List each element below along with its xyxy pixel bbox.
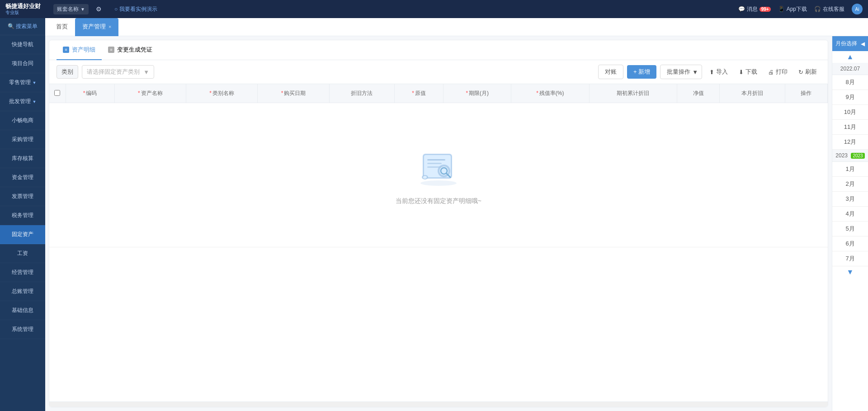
month-item-jan[interactable]: 1月 <box>832 162 868 177</box>
sidebar-item-label: 批发管理 <box>9 98 31 105</box>
search-icon: 🔍 <box>8 23 14 29</box>
month-item-12[interactable]: 12月 <box>832 135 868 150</box>
main-layout: 🔍 搜索菜单 快捷导航 项目合同 零售管理 ▼ 批发管理 ▼ 小畅电商 采购管理 <box>0 18 868 411</box>
demo-icon: ○ <box>114 6 118 12</box>
sidebar-item-project[interactable]: 项目合同 <box>0 54 45 73</box>
refresh-button[interactable]: ↻ 刷新 <box>795 66 821 78</box>
sidebar-item-label: 基础信息 <box>12 307 33 314</box>
sub-tab-bar: ≡ 资产明细 ≡ 变更生成凭证 <box>49 40 828 60</box>
app-download-button[interactable]: 📱 App下载 <box>778 5 807 13</box>
month-panel-header: 月份选择 ◀ <box>832 36 868 51</box>
select-all-checkbox[interactable] <box>54 90 60 96</box>
th-original-value: *原值 <box>395 84 443 103</box>
user-avatar[interactable]: Ai <box>852 4 863 14</box>
sidebar-item-invoice[interactable]: 发票管理 <box>0 187 45 206</box>
table-header-row: *编码 *资产名称 *类别名称 *购买日期 折旧方法 *原值 *期限(月) *残… <box>49 84 828 103</box>
refresh-label: 刷新 <box>805 68 817 76</box>
print-button[interactable]: 🖨 打印 <box>764 66 791 78</box>
month-item-may[interactable]: 5月 <box>832 222 868 236</box>
demo-link-text: 我要看实例演示 <box>119 5 157 13</box>
th-checkbox <box>49 84 66 103</box>
sidebar-item-label: 资金管理 <box>12 174 33 181</box>
sidebar-item-salary[interactable]: 工资 <box>0 244 45 263</box>
refresh-icon: ↻ <box>798 69 803 76</box>
account-selector[interactable]: 账套名称 ▼ <box>53 4 89 14</box>
tab-asset-management[interactable]: 资产管理 × <box>75 18 118 36</box>
month-item-8[interactable]: 8月 <box>832 75 868 90</box>
online-service-label: 在线客服 <box>823 5 844 13</box>
sidebar-item-tax[interactable]: 税务管理 <box>0 206 45 225</box>
th-monthly-dep: 本月折旧 <box>720 84 785 103</box>
asset-detail-icon: ≡ <box>63 47 69 53</box>
month-item-apr[interactable]: 4月 <box>832 207 868 222</box>
chevron-down-icon: ▼ <box>80 7 85 12</box>
month-item-11[interactable]: 11月 <box>832 120 868 135</box>
sidebar-item-retail[interactable]: 零售管理 ▼ <box>0 73 45 92</box>
demo-link[interactable]: ○ 我要看实例演示 <box>114 5 157 13</box>
month-item-mar[interactable]: 3月 <box>832 192 868 207</box>
sidebar-item-label: 库存核算 <box>12 155 33 162</box>
main-content-wrapper: ≡ 资产明细 ≡ 变更生成凭证 类别 请选择固定资产类 <box>49 40 828 407</box>
select-chevron-icon: ▼ <box>143 69 149 76</box>
sidebar-item-assets[interactable]: 固定资产 <box>0 225 45 244</box>
sidebar-search[interactable]: 🔍 搜索菜单 <box>0 18 45 35</box>
month-panel-title: 月份选择 <box>835 40 857 47</box>
import-label: 导入 <box>716 68 728 76</box>
sidebar-item-basic[interactable]: 基础信息 <box>0 301 45 320</box>
month-item-9[interactable]: 9月 <box>832 90 868 105</box>
sidebar-item-inventory[interactable]: 库存核算 <box>0 149 45 168</box>
category-filter-label: 类别 <box>57 65 78 79</box>
asset-table-container: *编码 *资产名称 *类别名称 *购买日期 折旧方法 *原值 *期限(月) *残… <box>49 84 828 402</box>
sidebar-item-wholesale[interactable]: 批发管理 ▼ <box>0 92 45 111</box>
month-item-jul[interactable]: 7月 <box>832 251 868 266</box>
sidebar-item-purchase[interactable]: 采购管理 <box>0 130 45 149</box>
month-panel-year-2022: 2022.07 <box>832 63 868 75</box>
message-button[interactable]: 💬 消息 99+ <box>738 5 771 13</box>
asset-table: *编码 *资产名称 *类别名称 *购买日期 折旧方法 *原值 *期限(月) *残… <box>49 84 828 247</box>
month-item-10[interactable]: 10月 <box>832 105 868 120</box>
sub-tab-voucher-label: 变更生成凭证 <box>117 46 152 54</box>
sidebar-item-finance[interactable]: 资金管理 <box>0 168 45 187</box>
reconcile-button[interactable]: 对账 <box>598 65 623 79</box>
settings-icon[interactable]: ⚙ <box>96 5 102 13</box>
app-brand: 畅捷通好业财 专业版 <box>5 3 41 15</box>
month-nav-down[interactable]: ▼ <box>832 266 868 278</box>
download-button[interactable]: ⬇ 下载 <box>735 66 761 78</box>
app-download-label: App下载 <box>787 5 807 13</box>
download-label: 下载 <box>745 68 757 76</box>
sub-tab-asset-detail-label: 资产明细 <box>72 46 95 54</box>
online-service-button[interactable]: 🎧 在线客服 <box>814 5 844 13</box>
sidebar-item-system[interactable]: 系统管理 <box>0 320 45 339</box>
month-item-jun[interactable]: 6月 <box>832 236 868 251</box>
sidebar: 🔍 搜索菜单 快捷导航 项目合同 零售管理 ▼ 批发管理 ▼ 小畅电商 采购管理 <box>0 18 45 411</box>
import-button[interactable]: ⬆ 导入 <box>706 66 731 78</box>
sidebar-item-ecommerce[interactable]: 小畅电商 <box>0 111 45 130</box>
top-bar-left: 畅捷通好业财 专业版 账套名称 ▼ ⚙ ○ 我要看实例演示 <box>5 3 738 15</box>
table-empty-row: 当前您还没有固定资产明细哦~ <box>49 103 828 247</box>
panel-expand-icon[interactable]: ◀ <box>861 41 865 47</box>
sidebar-item-label: 项目合同 <box>12 60 33 67</box>
top-bar: 畅捷通好业财 专业版 账套名称 ▼ ⚙ ○ 我要看实例演示 💬 消息 99+ 📱… <box>0 0 868 18</box>
tab-home[interactable]: 首页 <box>49 18 75 36</box>
sub-tab-voucher[interactable]: ≡ 变更生成凭证 <box>102 40 159 60</box>
category-filter: 类别 请选择固定资产类别 ▼ <box>57 65 154 79</box>
th-term: *期限(月) <box>443 84 511 103</box>
empty-state: 当前您还没有固定资产明细哦~ <box>54 109 823 241</box>
batch-operations-button[interactable]: 批量操作 ▼ <box>660 65 702 79</box>
month-item-feb[interactable]: 2月 <box>832 177 868 192</box>
sidebar-item-ledger[interactable]: 总账管理 <box>0 282 45 301</box>
add-button[interactable]: + 新增 <box>627 65 656 79</box>
th-purchase-date: *购买日期 <box>258 84 329 103</box>
import-icon: ⬆ <box>709 69 714 76</box>
svg-point-0 <box>420 180 457 186</box>
message-badge: 99+ <box>760 7 771 12</box>
sidebar-item-management[interactable]: 经营管理 <box>0 263 45 282</box>
month-nav-up[interactable]: ▲ <box>832 51 868 63</box>
toolbar-right: 对账 + 新增 批量操作 ▼ ⬆ 导入 ⬇ <box>598 65 821 79</box>
category-select[interactable]: 请选择固定资产类别 ▼ <box>82 65 154 79</box>
horizontal-scrollbar[interactable] <box>49 402 828 407</box>
sidebar-item-label: 系统管理 <box>12 326 33 333</box>
tab-close-icon[interactable]: × <box>108 24 111 29</box>
sidebar-item-quick-nav[interactable]: 快捷导航 <box>0 35 45 54</box>
sub-tab-asset-detail[interactable]: ≡ 资产明细 <box>57 40 102 60</box>
